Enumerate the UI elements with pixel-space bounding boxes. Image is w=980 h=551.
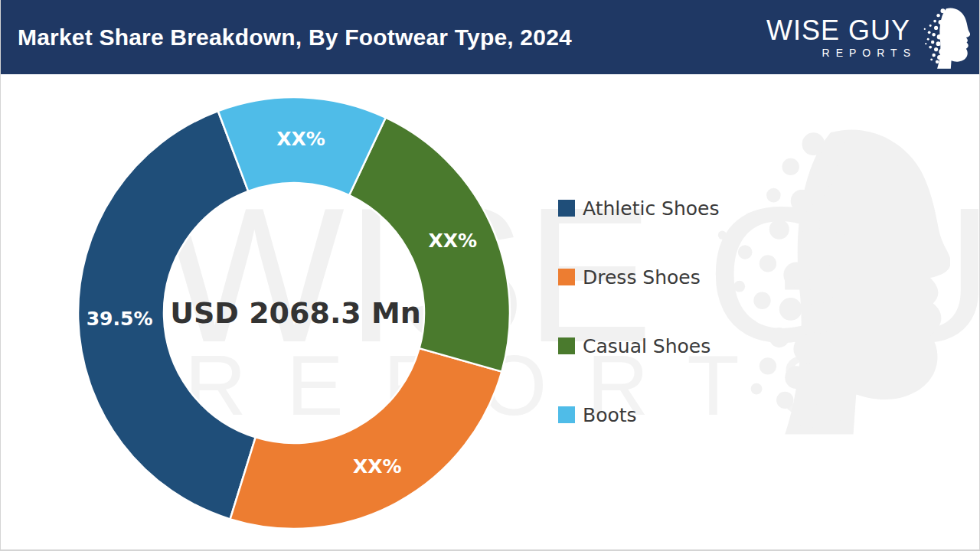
legend-item-athletic-shoes: Athletic Shoes — [558, 198, 720, 218]
page-title: Market Share Breakdown, By Footwear Type… — [18, 24, 572, 51]
wise-guy-reports-logo: WISE GUY REPORTS — [766, 6, 970, 69]
legend-swatch-casual-shoes — [558, 337, 575, 354]
header-bar: Market Share Breakdown, By Footwear Type… — [1, 0, 980, 74]
logo-head-icon — [913, 6, 970, 69]
logo-subtitle: REPORTS — [766, 47, 916, 58]
legend-label-boots: Boots — [583, 406, 637, 425]
legend-label-casual-shoes: Casual Shoes — [583, 337, 710, 356]
logo-wordmark: WISE GUY — [766, 17, 910, 44]
legend-label-dress-shoes: Dress Shoes — [583, 268, 701, 287]
donut-segment-dress-shoes — [230, 348, 502, 529]
legend-swatch-boots — [558, 406, 575, 423]
segment-value-label-athletic-shoes: 39.5% — [87, 308, 153, 330]
legend-label-athletic-shoes: Athletic Shoes — [583, 199, 720, 218]
legend-item-casual-shoes: Casual Shoes — [558, 336, 720, 356]
chart-center-value: USD 2068.3 Mn — [170, 296, 421, 330]
legend-item-boots: Boots — [558, 405, 720, 425]
segment-value-label-casual-shoes: XX% — [429, 230, 478, 252]
report-card: WISE GUY REPORTS 39.5%XX%XX%XX% USD 2068… — [0, 0, 980, 551]
legend-swatch-dress-shoes — [558, 269, 575, 285]
segment-value-label-boots: XX% — [276, 128, 325, 150]
segment-value-label-dress-shoes: XX% — [353, 455, 402, 478]
legend: Athletic ShoesDress ShoesCasual ShoesBoo… — [558, 198, 720, 474]
donut-chart: 39.5%XX%XX%XX% — [1, 0, 980, 551]
legend-item-dress-shoes: Dress Shoes — [558, 267, 720, 287]
legend-swatch-athletic-shoes — [558, 200, 575, 217]
